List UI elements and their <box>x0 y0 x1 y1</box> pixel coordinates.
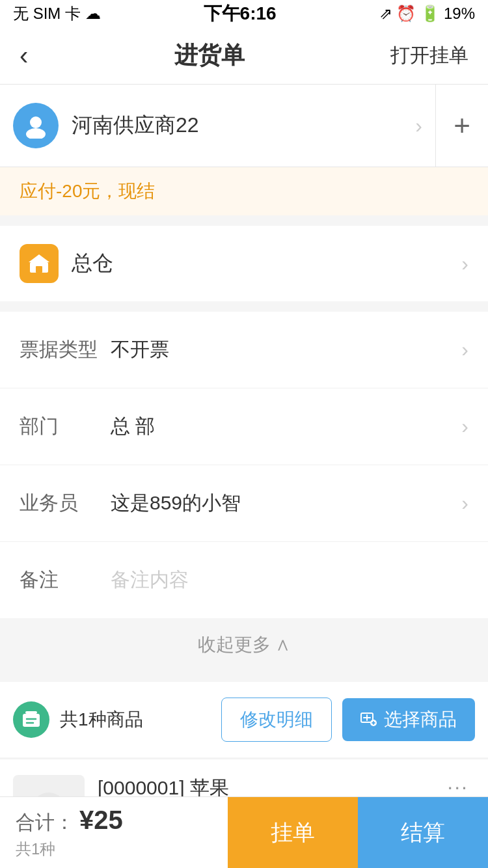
total-label: 合计： <box>16 809 74 836</box>
sim-label: 无 SIM 卡 ☁ <box>13 3 101 24</box>
svg-rect-4 <box>36 266 42 273</box>
svg-marker-3 <box>29 254 49 262</box>
open-hang-button[interactable]: 打开挂单 <box>390 42 468 69</box>
supplier-selector[interactable]: 河南供应商22 › <box>0 85 436 167</box>
chevron-right-icon: › <box>461 252 468 276</box>
product-count-text: 共1种商品 <box>60 707 211 732</box>
svg-point-1 <box>26 128 46 139</box>
svg-rect-6 <box>25 711 37 714</box>
warehouse-icon <box>20 244 59 283</box>
department-row[interactable]: 部门 总 部 › <box>0 388 488 465</box>
warehouse-selector[interactable]: 总仓 › <box>0 226 488 301</box>
add-supplier-button[interactable]: + <box>436 85 488 167</box>
department-value: 总 部 <box>98 413 455 440</box>
collapse-button[interactable]: 收起更多 ∧ <box>0 618 488 671</box>
status-bar: 无 SIM 卡 ☁ 下午6:16 ⇗ ⏰ 🔋 19% <box>0 0 488 27</box>
status-right: ⇗ ⏰ 🔋 19% <box>379 5 475 23</box>
checkout-button[interactable]: 结算 <box>358 797 488 869</box>
total-sub: 共1种 <box>16 839 212 860</box>
page-title: 进货单 <box>174 40 245 72</box>
chevron-right-icon: › <box>461 338 468 362</box>
warehouse-name: 总仓 <box>72 249 455 278</box>
product-header: 共1种商品 修改明细 选择商品 <box>0 682 488 757</box>
hang-button[interactable]: 挂单 <box>228 797 358 869</box>
status-time: 下午6:16 <box>204 1 277 26</box>
svg-rect-5 <box>23 714 40 727</box>
nav-bar: ‹ 进货单 打开挂单 <box>0 27 488 85</box>
form-section: 票据类型 不开票 › 部门 总 部 › 业务员 这是859的小智 › 备注 备注… <box>0 312 488 618</box>
product-count-icon <box>13 701 49 738</box>
battery-percent: 19% <box>444 5 475 23</box>
salesperson-label: 业务员 <box>20 490 98 517</box>
total-area: 合计： ¥25 共1种 <box>0 806 228 860</box>
supplier-name: 河南供应商22 <box>72 111 409 140</box>
remark-input[interactable]: 备注内容 <box>98 567 468 593</box>
chevron-right-icon: › <box>461 414 468 439</box>
invoice-type-value: 不开票 <box>98 336 455 363</box>
salesperson-row[interactable]: 业务员 这是859的小智 › <box>0 465 488 542</box>
supplier-section: 河南供应商22 › + <box>0 85 488 167</box>
select-product-button[interactable]: 选择商品 <box>342 698 475 741</box>
invoice-type-row[interactable]: 票据类型 不开票 › <box>0 312 488 388</box>
remark-label: 备注 <box>20 567 98 593</box>
status-left: 无 SIM 卡 ☁ <box>13 3 101 24</box>
back-button[interactable]: ‹ <box>20 41 28 70</box>
battery-icon: ⇗ ⏰ 🔋 <box>379 5 440 23</box>
product-more-button[interactable]: ··· <box>441 775 475 799</box>
salesperson-value: 这是859的小智 <box>98 490 455 517</box>
department-label: 部门 <box>20 413 98 440</box>
supplier-avatar <box>13 103 59 148</box>
chevron-right-icon: › <box>415 114 422 138</box>
warning-banner: 应付-20元，现结 <box>0 167 488 215</box>
main-content: 河南供应商22 › + 应付-20元，现结 总仓 › 票据类型 不开票 › 部门… <box>0 85 488 868</box>
invoice-type-label: 票据类型 <box>20 336 98 363</box>
remark-row[interactable]: 备注 备注内容 <box>0 542 488 618</box>
svg-point-0 <box>30 116 42 128</box>
total-amount: ¥25 <box>79 806 123 835</box>
edit-detail-button[interactable]: 修改明细 <box>221 698 332 742</box>
chevron-right-icon: › <box>461 491 468 515</box>
bottom-bar: 合计： ¥25 共1种 挂单 结算 <box>0 796 488 868</box>
select-product-label: 选择商品 <box>384 707 457 732</box>
